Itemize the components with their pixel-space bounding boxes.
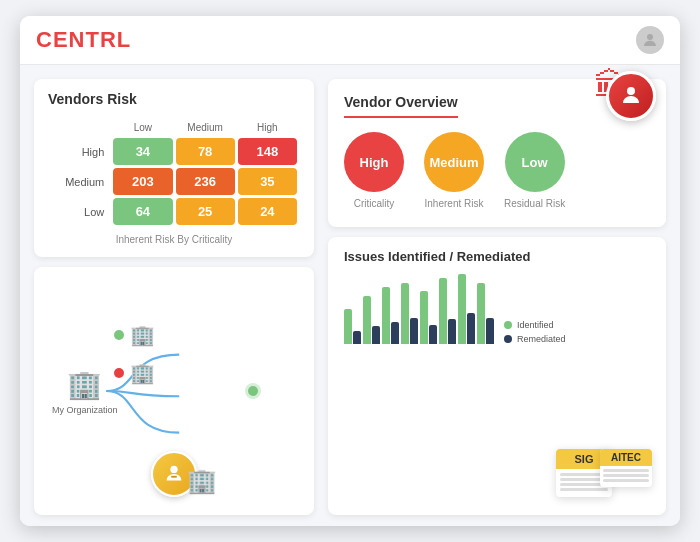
aitec-header: AITEC [600,449,652,466]
cell-high-high: 148 [238,138,297,165]
svg-point-1 [170,466,177,473]
identified-bar [363,296,371,344]
col-header-low: Low [113,120,172,135]
inherent-risk-circle: Medium [424,132,484,192]
vendor-status-green [114,330,124,340]
green-indicator [248,386,258,396]
identified-bar [439,278,447,344]
remediated-bar [429,325,437,344]
app-logo: CENTRL [36,27,131,53]
org-label: My Organization [52,405,118,415]
right-panel: 🏛 Vendor Overview High Criticality [328,79,666,515]
risk-table: Low Medium High High 34 78 148 [48,117,300,228]
aitec-line-1 [603,469,649,472]
diagram-content: 🏢 My Organization 🏢 🏢 [44,277,304,505]
col-header-high: High [238,120,297,135]
residual-risk-circle: Low [505,132,565,192]
vendor-person-avatar [606,71,656,121]
metric-inherent-risk: Medium Inherent Risk [424,132,484,209]
cell-low-low: 64 [113,198,172,225]
identified-bar [382,287,390,344]
issues-title: Issues Identified / Remediated [344,249,650,264]
metric-residual-risk: Low Residual Risk [504,132,565,209]
remediated-bar [486,318,494,344]
bar-group [344,309,361,344]
cell-medium-medium: 236 [176,168,235,195]
criticality-value: High [360,155,389,170]
criticality-label: Criticality [354,198,395,209]
identified-bar [401,283,409,344]
remediated-bar [448,319,456,344]
svg-point-3 [627,87,635,95]
cell-low-medium: 25 [176,198,235,225]
aitec-lines [600,466,652,487]
chart-legend: Identified Remediated [504,320,566,344]
identified-bar [458,274,466,344]
bar-group [477,283,494,344]
aitec-line-2 [603,474,649,477]
vendors-risk-card: Vendors Risk Low Medium High High [34,79,314,257]
user-avatar[interactable] [636,26,664,54]
col-header-medium: Medium [176,120,235,135]
residual-risk-value: Low [522,155,548,170]
remediated-bar [391,322,399,344]
org-box: 🏢 My Organization [52,368,118,415]
identified-bar [477,283,485,344]
svg-rect-2 [171,476,177,478]
aitec-line-3 [603,479,649,482]
row-label-medium: Medium [51,168,110,195]
bar-group [420,291,437,344]
cell-low-high: 24 [238,198,297,225]
row-label-high: High [51,138,110,165]
inherent-risk-label: Inherent Risk [425,198,484,209]
aitec-card: AITEC [600,449,652,487]
legend-remediated: Remediated [504,334,566,344]
bar-group [401,283,418,344]
row-label-low: Low [51,198,110,225]
bar-group [363,296,380,344]
vendors-risk-title: Vendors Risk [48,91,300,107]
cell-high-medium: 78 [176,138,235,165]
inherent-risk-value: Medium [429,155,478,170]
identified-dot [504,321,512,329]
vendor-item-2: 🏢 [114,361,155,385]
org-building-icon: 🏢 [67,368,102,401]
remediated-label: Remediated [517,334,566,344]
identified-bar [420,291,428,344]
legend-identified: Identified [504,320,566,330]
vendor-overview-title: Vendor Overview [344,94,458,118]
overview-metrics: High Criticality Medium Inherent Risk Lo… [344,132,650,209]
left-panel: Vendors Risk Low Medium High High [34,79,314,515]
bar-group [439,278,456,344]
metric-criticality: High Criticality [344,132,404,209]
cell-medium-high: 35 [238,168,297,195]
issues-card: Issues Identified / Remediated Identifie… [328,237,666,515]
residual-risk-label: Residual Risk [504,198,565,209]
small-building-bottom: 🏢 [187,467,217,495]
bar-group [458,274,475,344]
vendor-status-red [114,368,124,378]
diagram-card: 🏢 My Organization 🏢 🏢 [34,267,314,515]
remediated-bar [467,313,475,344]
identified-bar [344,309,352,344]
app-header: CENTRL [20,16,680,65]
sig-line-4 [560,488,608,491]
remediated-dot [504,335,512,343]
svg-point-0 [647,34,653,40]
table-subtitle: Inherent Risk By Criticality [48,234,300,245]
cell-medium-low: 203 [113,168,172,195]
cell-high-low: 34 [113,138,172,165]
remediated-bar [372,326,380,344]
vendor-item-1: 🏢 [114,323,155,347]
vendor-overview-card: 🏛 Vendor Overview High Criticality [328,79,666,227]
main-content: Vendors Risk Low Medium High High [20,65,680,526]
criticality-circle: High [344,132,404,192]
browser-window: CENTRL Vendors Risk Low Medium High [20,16,680,526]
vendor-building-1: 🏢 [130,323,155,347]
bar-group [382,287,399,344]
identified-label: Identified [517,320,554,330]
chart-area [344,274,494,344]
remediated-bar [410,318,418,344]
remediated-bar [353,331,361,344]
vendor-building-2: 🏢 [130,361,155,385]
